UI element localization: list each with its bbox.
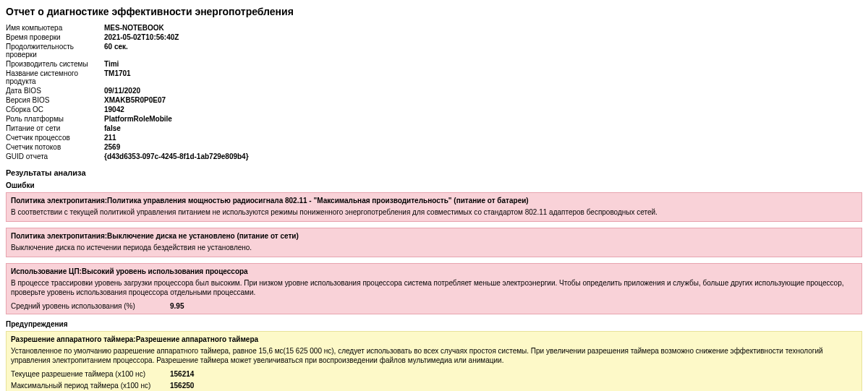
system-info-label: Имя компьютера bbox=[6, 23, 104, 33]
error-description: В соответствии с текущей политикой управ… bbox=[11, 207, 857, 218]
error-title: Использование ЦП:Высокий уровень использ… bbox=[11, 267, 857, 277]
system-info-row: Дата BIOS09/11/2020 bbox=[6, 86, 249, 95]
system-info-value: TM1701 bbox=[104, 69, 249, 86]
system-info-label: Продолжительность проверки bbox=[6, 42, 104, 59]
system-info-table: Имя компьютераMES-NOTEBOOKВремя проверки… bbox=[6, 23, 249, 161]
system-info-label: Название системного продукта bbox=[6, 69, 104, 86]
error-metric-row: Средний уровень использования (%)9.95 bbox=[11, 299, 857, 311]
system-info-value: MES-NOTEBOOK bbox=[104, 23, 249, 33]
system-info-label: Питание от сети bbox=[6, 124, 104, 133]
system-info-value: false bbox=[104, 124, 249, 133]
warnings-heading: Предупреждения bbox=[6, 320, 862, 328]
warning-block: Разрешение аппаратного таймера:Разрешени… bbox=[6, 331, 862, 391]
system-info-value: 19042 bbox=[104, 105, 249, 114]
system-info-row: Продолжительность проверки60 сек. bbox=[6, 42, 249, 59]
system-info-label: Сборка ОС bbox=[6, 105, 104, 114]
system-info-value: {d43d6353-097c-4245-8f1d-1ab729e809b4} bbox=[104, 152, 249, 161]
system-info-label: Роль платформы bbox=[6, 114, 104, 124]
warning-description: Установленное по умолчанию разрешение ап… bbox=[11, 346, 857, 366]
system-info-value: 09/11/2020 bbox=[104, 86, 249, 95]
system-info-value: Timi bbox=[104, 59, 249, 69]
error-block: Политика электропитания:Выключение диска… bbox=[6, 228, 862, 257]
system-info-label: Версия BIOS bbox=[6, 95, 104, 105]
error-description: В процессе трассировки уровень загрузки … bbox=[11, 278, 857, 298]
system-info-row: Роль платформыPlatformRoleMobile bbox=[6, 114, 249, 124]
system-info-label: Время проверки bbox=[6, 33, 104, 42]
system-info-row: Сборка ОС19042 bbox=[6, 105, 249, 114]
warning-metric-row: Текущее разрешение таймера (x100 нс)1562… bbox=[11, 367, 857, 379]
system-info-label: Счетчик процессов bbox=[6, 133, 104, 142]
system-info-row: Имя компьютераMES-NOTEBOOK bbox=[6, 23, 249, 33]
system-info-row: Время проверки2021-05-02T10:56:40Z bbox=[6, 33, 249, 42]
error-title: Политика электропитания:Выключение диска… bbox=[11, 231, 857, 241]
system-info-row: Название системного продуктаTM1701 bbox=[6, 69, 249, 86]
system-info-value: 211 bbox=[104, 133, 249, 142]
system-info-label: GUID отчета bbox=[6, 152, 104, 161]
analysis-heading: Результаты анализа bbox=[6, 168, 862, 177]
warning-metric-row: Максимальный период таймера (x100 нс)156… bbox=[11, 379, 857, 391]
warning-metric-value: 156214 bbox=[170, 370, 194, 378]
system-info-row: Счетчик процессов211 bbox=[6, 133, 249, 142]
system-info-row: Версия BIOSXMAKB5R0P0E07 bbox=[6, 95, 249, 105]
system-info-row: Питание от сетиfalse bbox=[6, 124, 249, 133]
warning-metric-value: 156250 bbox=[170, 382, 194, 390]
system-info-row: Производитель системыTimi bbox=[6, 59, 249, 69]
system-info-value: 60 сек. bbox=[104, 42, 249, 59]
system-info-value: PlatformRoleMobile bbox=[104, 114, 249, 124]
errors-heading: Ошибки bbox=[6, 181, 862, 189]
system-info-value: XMAKB5R0P0E07 bbox=[104, 95, 249, 105]
system-info-row: GUID отчета{d43d6353-097c-4245-8f1d-1ab7… bbox=[6, 152, 249, 161]
error-block: Политика электропитания:Политика управле… bbox=[6, 192, 862, 222]
warning-title: Разрешение аппаратного таймера:Разрешени… bbox=[11, 335, 857, 345]
system-info-value: 2021-05-02T10:56:40Z bbox=[104, 33, 249, 42]
error-block: Использование ЦП:Высокий уровень использ… bbox=[6, 263, 862, 314]
error-title: Политика электропитания:Политика управле… bbox=[11, 196, 857, 206]
warning-metric-label: Максимальный период таймера (x100 нс) bbox=[11, 381, 170, 391]
system-info-label: Счетчик потоков bbox=[6, 142, 104, 152]
error-description: Выключение диска по истечении периода бе… bbox=[11, 243, 857, 253]
system-info-row: Счетчик потоков2569 bbox=[6, 142, 249, 152]
warning-metric-label: Текущее разрешение таймера (x100 нс) bbox=[11, 369, 170, 379]
error-metric-label: Средний уровень использования (%) bbox=[11, 301, 170, 311]
system-info-label: Дата BIOS bbox=[6, 86, 104, 95]
system-info-value: 2569 bbox=[104, 142, 249, 152]
report-title: Отчет о диагностике эффективности энерго… bbox=[6, 6, 862, 17]
system-info-label: Производитель системы bbox=[6, 59, 104, 69]
error-metric-value: 9.95 bbox=[170, 302, 184, 310]
